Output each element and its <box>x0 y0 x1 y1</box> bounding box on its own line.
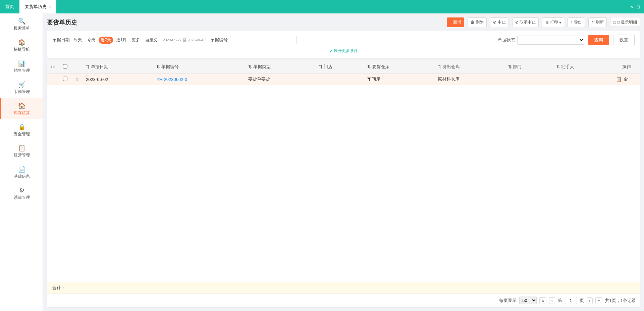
top-bar: 首页 要货单历史 × ✕ ⊡ <box>0 0 644 13</box>
page-label-prefix: 第 <box>558 298 562 304</box>
shortcut-today[interactable]: 今天 <box>85 37 97 44</box>
row-doc-no: YH-20230602-0 <box>154 74 246 85</box>
date-range-display: 2023-05-27 至 2023-06-02 <box>163 38 206 43</box>
row-store <box>316 74 365 85</box>
doc-no-label: 单据编号 <box>210 37 228 43</box>
query-button[interactable]: 查询 <box>588 35 609 45</box>
first-page-btn[interactable]: « <box>539 297 546 304</box>
sort-icon-store: ⇅ <box>319 64 323 69</box>
col-num <box>71 60 83 74</box>
sidebar-item-inventory-calc[interactable]: 🏠 库存核算 <box>0 98 43 119</box>
doc-no-link[interactable]: YH-20230602-0 <box>156 77 187 82</box>
sys-mgmt-icon: ⚙ <box>19 187 24 193</box>
delete-button[interactable]: 🗑 删除 <box>468 17 487 27</box>
col-ops: 操作 <box>613 60 640 74</box>
sort-icon: ⇅ <box>86 64 90 69</box>
tab-requisition-history[interactable]: 要货单历史 × <box>19 0 56 13</box>
last-page-btn[interactable]: » <box>595 297 602 304</box>
display-detail-button[interactable]: □ □ 显示明细 <box>610 18 640 27</box>
toolbar: + 新增 🗑 删除 ⊘ 中止 ⊘ 取消中止 🖨 打印 ▾ ↑ 导出 <box>447 17 640 27</box>
page-size-label: 每页显示 <box>499 298 517 304</box>
next-page-btn[interactable]: › <box>587 297 593 304</box>
cancel-stop-button-label: ⊘ 取消中止 <box>515 19 536 25</box>
col-checkbox <box>59 60 71 74</box>
window-maximize-btn[interactable]: ⊡ <box>636 4 640 9</box>
sidebar-item-basic-info[interactable]: 📄 基础信息 <box>0 162 43 183</box>
settings-button[interactable]: 设置 <box>613 35 635 45</box>
select-all-checkbox[interactable] <box>63 64 67 69</box>
inventory-calc-icon: 🏠 <box>18 103 25 109</box>
chevron-down-icon: ∨ <box>329 49 332 53</box>
display-detail-icon: □ <box>613 20 615 25</box>
row-delete-icon[interactable]: 🗑 <box>624 77 628 82</box>
sort-icon-dept: ⇅ <box>508 64 512 69</box>
row-checkbox-cell <box>59 74 71 85</box>
print-dropdown-icon: ▾ <box>559 20 561 25</box>
page-size-select[interactable]: 10 20 50 100 <box>519 297 537 304</box>
new-button[interactable]: + 新增 <box>447 17 464 27</box>
table-footer: 合计： <box>47 282 640 294</box>
col-doc-no[interactable]: ⇅ 单据编号 <box>154 60 246 74</box>
row-edit-icon[interactable]: 📋 <box>616 77 622 82</box>
col-doc-type[interactable]: ⇅ 单据类型 <box>246 60 316 74</box>
shortcut-last1month[interactable]: 近1月 <box>114 37 129 44</box>
shortcut-last7days[interactable]: 近7天 <box>99 37 113 44</box>
table-wrapper: ⚙ ⇅ 单据日期 ⇅ 单据编号 <box>47 60 640 282</box>
stop-button[interactable]: ⊘ 中止 <box>490 17 508 27</box>
sidebar-item-quick-nav[interactable]: 🏠 快捷导航 <box>0 35 43 56</box>
doc-no-input[interactable] <box>230 36 297 44</box>
col-req-warehouse[interactable]: ⇅ 要货仓库 <box>365 60 435 74</box>
table-row: 1 2023-06-02 YH-20230602-0 要货单要货 车间库 原材料… <box>47 74 640 85</box>
sidebar-item-finance-mgmt-label: 资金管理 <box>14 131 30 137</box>
sidebar-item-sys-mgmt[interactable]: ⚙ 系统管理 <box>0 183 43 204</box>
delete-button-label: 🗑 删除 <box>471 19 484 25</box>
sort-icon-pendwh: ⇅ <box>438 64 441 69</box>
sidebar: 🔍 搜索菜单 🏠 快捷导航 📊 销售管理 🛒 采购管理 🏠 库存核算 🔒 资金管… <box>0 13 43 311</box>
sidebar-item-purchase-mgmt[interactable]: 🛒 采购管理 <box>0 77 43 98</box>
filter-group-docno: 单据编号 <box>210 36 297 44</box>
row-num: 1 <box>71 74 83 85</box>
col-pending-warehouse[interactable]: ⇅ 待出仓库 <box>435 60 505 74</box>
sidebar-item-basic-info-label: 基础信息 <box>14 174 30 179</box>
shortcut-yesterday[interactable]: 昨天 <box>72 37 84 44</box>
row-req-warehouse: 车间库 <box>365 74 435 85</box>
prev-page-btn[interactable]: ‹ <box>549 297 555 304</box>
expand-more-btn[interactable]: ∨ 展开更多条件 <box>52 48 635 54</box>
sidebar-item-quick-nav-label: 快捷导航 <box>14 47 30 52</box>
cancel-stop-button[interactable]: ⊘ 取消中止 <box>512 17 539 27</box>
row-handler <box>554 74 613 85</box>
col-store[interactable]: ⇅ 门店 <box>316 60 365 74</box>
doc-status-select[interactable] <box>517 36 584 45</box>
shortcut-more[interactable]: 更多 <box>130 37 142 44</box>
col-handler[interactable]: ⇅ 经手人 <box>554 60 613 74</box>
filter-group-status: 单据状态 <box>498 36 584 45</box>
data-table: ⚙ ⇅ 单据日期 ⇅ 单据编号 <box>47 60 640 85</box>
page-number-input[interactable] <box>565 297 577 304</box>
refresh-button[interactable]: ↻ 刷新 <box>588 17 607 27</box>
sidebar-item-finance-mgmt[interactable]: 🔒 资金管理 <box>0 119 43 140</box>
tab-home[interactable]: 首页 <box>0 0 19 13</box>
sort-icon-doctype: ⇅ <box>248 64 252 69</box>
sidebar-item-sales-mgmt-label: 销售管理 <box>14 68 30 74</box>
window-close-btn[interactable]: ✕ <box>630 4 634 9</box>
col-doc-date[interactable]: ⇅ 单据日期 <box>83 60 154 74</box>
tab-close-icon[interactable]: × <box>49 4 51 9</box>
sidebar-item-ops-mgmt[interactable]: 📋 经营管理 <box>0 140 43 162</box>
print-button[interactable]: 🖨 打印 ▾ <box>542 17 564 27</box>
sidebar-item-sales-mgmt[interactable]: 📊 销售管理 <box>0 56 43 77</box>
export-button[interactable]: ↑ 导出 <box>568 17 585 27</box>
sales-mgmt-icon: 📊 <box>18 60 25 66</box>
filter-row-main: 单据日期 昨天 今天 近7天 近1月 更多 自定义 2023-05-27 至 2… <box>52 35 635 45</box>
col-department[interactable]: ⇅ 部门 <box>505 60 554 74</box>
sidebar-item-search-menu-label: 搜索菜单 <box>14 26 30 31</box>
col-settings[interactable]: ⚙ <box>47 60 59 74</box>
sidebar-item-sys-mgmt-label: 系统管理 <box>14 195 30 201</box>
new-button-label: + 新增 <box>450 19 461 25</box>
pagination-bar: 每页显示 10 20 50 100 « ‹ 第 页 › » 共1页，1条记录 <box>47 294 640 307</box>
row-checkbox[interactable] <box>63 77 67 81</box>
sidebar-item-search-menu[interactable]: 🔍 搜索菜单 <box>0 13 43 35</box>
main-layout: 🔍 搜索菜单 🏠 快捷导航 📊 销售管理 🛒 采购管理 🏠 库存核算 🔒 资金管… <box>0 13 644 311</box>
ops-mgmt-icon: 📋 <box>18 145 25 151</box>
shortcut-custom[interactable]: 自定义 <box>143 37 159 44</box>
display-detail-label: □ 显示明细 <box>617 19 637 25</box>
